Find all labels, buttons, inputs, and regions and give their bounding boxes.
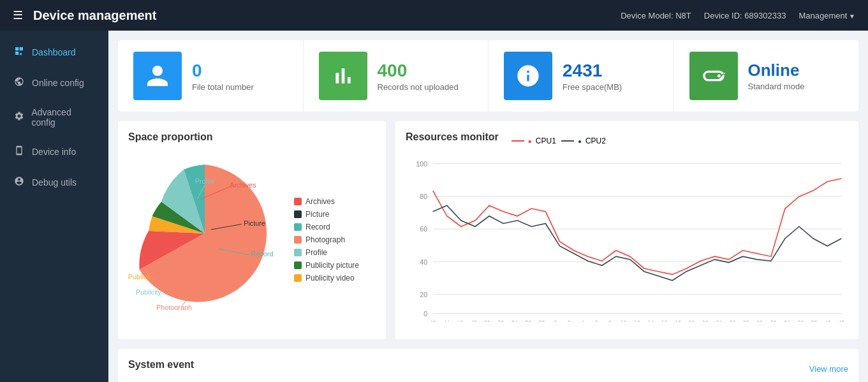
pie-legend: Archives Picture Record Photograph [294,197,359,283]
records-icon-box [319,52,367,100]
main-content: 0 File total number 400 Records not uplo… [108,31,868,382]
sidebar-item-advanced-config[interactable]: Advanced config [0,98,108,136]
sidebar-label-dashboard: Dashboard [32,47,76,57]
svg-text:Profile: Profile [195,177,215,185]
svg-text:42: 42 [430,320,436,321]
sidebar-item-dashboard[interactable]: Dashboard [0,37,108,68]
legend-record: Record [294,223,359,231]
device-id-label: Device ID: 689302333 [704,11,786,20]
sidebar-label-advanced-config: Advanced config [31,107,96,128]
online-value: Online [748,61,805,80]
resources-monitor-card: Resources monitor ● CPU1 ● CPU2 [395,121,858,339]
legend-label-picture: Picture [305,210,329,219]
layout: Dashboard Online config Advanced config … [0,31,868,382]
legend-profile: Profile [294,248,359,257]
svg-text:18: 18 [675,320,681,321]
system-event-title: System event [128,359,194,371]
cpu2-legend-item: ● CPU2 [561,136,606,145]
svg-text:54: 54 [511,320,518,321]
svg-text:14: 14 [648,320,654,321]
cpu2-label: CPU2 [585,136,606,145]
svg-text:12: 12 [634,320,640,321]
svg-text:20: 20 [420,291,427,298]
legend-publicity-picture: Publicity picture [294,261,359,270]
svg-text:60: 60 [420,225,427,233]
stat-card-file-total-text: 0 File total number [192,61,254,92]
legend-dot-picture [294,210,302,218]
legend-dot-publicity-picture [294,261,302,269]
svg-text:100: 100 [416,160,427,168]
svg-text:38: 38 [811,320,818,321]
free-space-value: 2431 [563,61,622,81]
svg-text:0: 0 [554,320,557,321]
svg-text:Archives: Archives [230,181,256,189]
svg-text:40: 40 [839,320,845,321]
records-label: Records not uploaded [378,82,459,92]
cpu1-label: CPU1 [536,136,556,145]
svg-text:28: 28 [743,320,749,321]
stat-card-free-space-text: 2431 Free space(MB) [563,61,622,92]
pie-svg-container: Archives Picture Record Photograph Publi… [128,157,281,323]
sidebar-label-device-info: Device info [32,147,76,157]
sidebar-label-online-config: Online config [32,78,84,88]
resources-line-chart: 100 80 60 40 20 0 42 44 [406,156,848,321]
svg-text:Picture: Picture [244,219,265,227]
svg-text:16: 16 [661,320,668,321]
svg-text:20: 20 [689,320,695,321]
cpu2-line-indicator [561,140,574,142]
resources-title: Resources monitor [406,131,499,143]
header-right: Device Model: N8T Device ID: 689302333 M… [621,11,855,20]
sidebar-item-device-info[interactable]: Device info [0,136,108,167]
svg-text:26: 26 [730,320,736,321]
svg-text:Photograph: Photograph [156,304,192,310]
file-total-value: 0 [192,61,254,81]
svg-text:46: 46 [457,320,464,321]
svg-text:44: 44 [443,320,450,321]
svg-text:36: 36 [798,320,804,321]
sidebar-item-online-config[interactable]: Online config [0,68,108,98]
sidebar-item-debug-utils[interactable]: Debug utils [0,167,108,198]
pie-chart-area: Archives Picture Record Photograph Publi… [128,151,376,329]
legend-dot-record [294,223,302,231]
line-chart-container: 100 80 60 40 20 0 42 44 [406,156,848,324]
file-total-label: File total number [192,82,254,92]
stat-cards-row: 0 File total number 400 Records not uplo… [118,40,858,112]
file-total-icon-box [133,52,182,100]
sidebar-label-debug-utils: Debug utils [32,177,77,187]
system-event-header: System event View more [128,359,848,378]
stat-card-records-text: 400 Records not uploaded [378,61,459,92]
app-title: Device management [33,8,621,23]
legend-dot-profile [294,249,302,256]
legend-label-record: Record [305,223,330,231]
pie-chart-svg: Archives Picture Record Photograph Publi… [128,157,281,310]
stat-card-records: 400 Records not uploaded [304,40,489,112]
svg-text:56: 56 [525,320,531,321]
dashboard-icon [13,46,26,59]
svg-text:10: 10 [621,320,627,321]
svg-text:6: 6 [595,320,598,321]
svg-text:34: 34 [784,320,790,321]
svg-text:Publicit...: Publicit... [128,273,156,281]
resources-header: Resources monitor ● CPU1 ● CPU2 [406,131,848,151]
sidebar: Dashboard Online config Advanced config … [0,31,108,382]
advanced-config-icon [13,111,25,124]
free-space-label: Free space(MB) [563,82,622,92]
legend-label-profile: Profile [305,248,327,257]
svg-text:40: 40 [420,258,427,266]
view-more-button[interactable]: View more [809,364,848,374]
svg-text:0: 0 [423,310,427,318]
legend-dot-photograph [294,236,302,244]
svg-text:32: 32 [770,320,777,321]
legend-dot-publicity-video [294,274,302,282]
management-menu[interactable]: Management [798,11,855,20]
svg-text:58: 58 [539,320,545,321]
cpu-legend: ● CPU1 ● CPU2 [511,136,606,145]
records-value: 400 [378,61,459,81]
legend-picture: Picture [294,210,359,219]
menu-icon[interactable]: ☰ [13,8,23,22]
device-model-label: Device Model: N8T [621,11,691,20]
svg-text:50: 50 [484,320,490,321]
stat-card-free-space: 2431 Free space(MB) [489,40,674,112]
svg-text:52: 52 [498,320,504,321]
stat-card-file-total: 0 File total number [118,40,304,112]
